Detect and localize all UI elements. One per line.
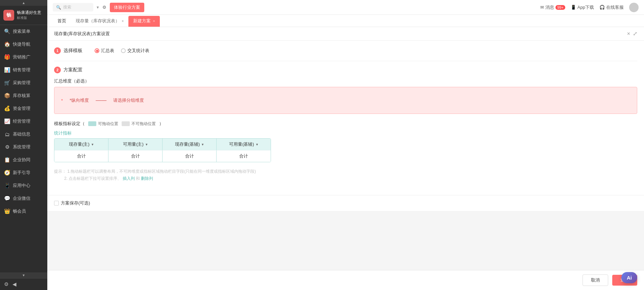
search-icon: 🔍 [4,28,10,34]
sidebar-logo: 畅 畅康通好生意 标准版 [0,6,47,25]
top-search-box[interactable]: 🔍 搜索 [53,3,93,11]
stats-table: 现存量(主) ▾ 可用量(主) ▾ 现存量(基辅) ▾ [54,138,271,162]
sidebar-scroll-up[interactable]: ▲ [0,0,47,6]
cancel-button[interactable]: 取消 [583,274,608,286]
tab-new-plan[interactable]: 新建方案 × [128,16,159,27]
tab-new-plan-close[interactable]: × [153,19,155,23]
indicator-label-text: 模板指标设定（ [54,121,85,127]
panel-close-btn[interactable]: × [627,31,630,37]
stats-table-container: 统计指标 现存量(主) ▾ 可用量(主) ▾ [54,130,637,163]
dimension-pink-box[interactable]: * *纵向维度 —— 请选择分组维度 [54,87,637,114]
sidebar-item-sales-label: 销售管理 [13,67,30,73]
radio-summary[interactable]: 汇总表 [95,48,114,54]
ai-float-button[interactable]: Ai [621,272,637,283]
sidebar-item-shortcuts-label: 快捷导航 [13,41,30,47]
stats-col-3-data: 合计 [163,150,217,162]
trial-btn[interactable]: 体验行业方案 [110,3,144,12]
settings-icon[interactable]: ⚙ [4,281,8,287]
panel-title: 现存量(库存状况表)方案设置 [54,31,110,37]
sidebar-search-label: 搜索菜单 [13,28,30,34]
legend-non-draggable: 不可拖动位置 [122,121,156,127]
stats-col-4-name: 可用量(基辅) [229,141,254,147]
sidebar-item-wechat[interactable]: 💬 企业微信 [0,192,47,205]
tab-inventory-close[interactable]: × [122,19,124,23]
sidebar-scroll-down[interactable]: ▼ [0,272,47,278]
tab-new-plan-label: 新建方案 [133,18,151,24]
search-placeholder-text: 搜索 [63,4,71,10]
step2-badge: 2 [54,67,61,73]
indicator-label-suffix: ） [159,121,164,127]
radio-cross-label: 交叉统计表 [127,48,149,54]
save-checkbox[interactable] [54,201,59,206]
marketing-icon: 🎁 [4,54,10,60]
tip2-prefix: 2. 点击标题栏下拉可设置排序、 [64,176,121,181]
sidebar-item-member[interactable]: 👑 畅会员 [0,205,47,218]
stats-col-2-chevron[interactable]: ▾ [146,142,148,147]
wechat-icon: 💬 [4,195,10,201]
stats-title: 统计指标 [54,130,637,136]
sidebar-item-finance[interactable]: 💰 资金管理 [0,102,47,115]
radio-cross[interactable]: 交叉统计表 [121,48,149,54]
sidebar-item-system[interactable]: ⚙ 系统管理 [0,141,47,153]
sidebar-item-operations[interactable]: 📈 经营管理 [0,115,47,128]
settings-gear-icon[interactable]: ⚙ [102,5,106,10]
tabs-bar: 首页 现存量（库存状况表） × 新建方案 × [47,15,644,27]
collapse-icon[interactable]: ◀ [13,281,17,287]
tab-inventory-label: 现存量（库存状况表） [76,18,120,24]
online-support-btn[interactable]: 🎧 在线客服 [599,4,624,10]
sidebar-item-finance-label: 资金管理 [13,105,30,112]
sidebar-item-system-label: 系统管理 [13,144,30,150]
sidebar-item-basic[interactable]: 🗂 基础信息 [0,128,47,141]
app-download-label: App下载 [577,4,594,10]
tip1-text: 1.拖动标题栏可以调整布局，不可跨维度或指标区域拖动栏目字段(只能在同一维度或指… [67,169,256,174]
tip2-link2[interactable]: 删除列 [141,176,153,181]
stats-col-1-chevron[interactable]: ▾ [92,142,94,147]
sidebar-item-sales[interactable]: 📊 销售管理 [0,64,47,76]
stats-col-3-header[interactable]: 现存量(基辅) ▾ [163,139,217,150]
app-download-btn[interactable]: 📱 App下载 [571,4,594,10]
main-area: 🔍 搜索 ▾ ⚙ 体验行业方案 ✉ 消息 99+ 📱 App下载 🎧 在线客服 [47,0,644,290]
stats-col-1-header[interactable]: 现存量(主) ▾ [54,139,108,150]
sidebar-item-contract-label: 企业协同 [13,157,30,163]
stats-col-4-header[interactable]: 可用量(基辅) ▾ [217,139,271,150]
step1-section: 1 选择模板 汇总表 交叉统计表 [54,47,637,54]
tips-section: 提示： 1.拖动标题栏可以调整布局，不可跨维度或指标区域拖动栏目字段(只能在同一… [54,169,637,182]
stats-col-4-chevron[interactable]: ▾ [256,142,258,147]
inventory-icon: 📦 [4,93,10,99]
ai-label: Ai [627,275,632,281]
sidebar-item-member-label: 畅会员 [13,208,26,214]
tip2: 2. 点击标题栏下拉可设置排序、 插入列 和 删除列 [54,176,637,182]
tab-home[interactable]: 首页 [53,16,71,27]
radio-summary-circle [95,48,99,53]
sidebar-bottom: ⚙ ◀ [0,278,47,290]
user-avatar[interactable] [629,3,639,12]
sidebar-item-purchase[interactable]: 🛒 采购管理 [0,76,47,89]
sidebar-item-inventory[interactable]: 📦 库存核算 [0,89,47,102]
sidebar-item-marketing[interactable]: 🎁 营销推广 [0,51,47,64]
message-label: 消息 [545,4,554,10]
stats-col-3-chevron[interactable]: ▾ [202,142,204,147]
top-bar-right: ✉ 消息 99+ 📱 App下载 🎧 在线客服 [540,3,639,12]
app-logo-icon: 畅 [3,10,14,21]
tip2-link1[interactable]: 插入列 [123,176,135,181]
sidebar-item-contract[interactable]: 📋 企业协同 [0,153,47,166]
app-edition: 标准版 [17,16,41,20]
stats-col-1-data: 合计 [54,150,108,162]
operations-icon: 📈 [4,118,10,124]
sidebar-item-newuser[interactable]: 🧭 新手引导 [0,166,47,179]
sidebar-nav: 🏠 快捷导航 🎁 营销推广 📊 销售管理 🛒 采购管理 📦 库存核算 💰 资金管… [0,38,47,272]
sidebar-item-appcenter[interactable]: 📱 应用中心 [0,179,47,192]
legend-non-draggable-label: 不可拖动位置 [131,121,156,127]
footer-bar: 取消 查询 [47,270,644,290]
message-btn[interactable]: ✉ 消息 99+ [540,4,565,10]
system-icon: ⚙ [4,144,10,150]
stats-col-2-header[interactable]: 可用量(主) ▾ [108,139,163,150]
tab-inventory[interactable]: 现存量（库存状况表） × [71,16,128,27]
top-bar-dropdown-icon[interactable]: ▾ [97,5,99,10]
member-icon: 👑 [4,208,10,214]
panel-resize-btn[interactable]: ⤢ [633,30,637,37]
sidebar-search[interactable]: 🔍 搜索菜单 [0,25,47,38]
sidebar-item-shortcuts[interactable]: 🏠 快捷导航 [0,38,47,51]
step2-header: 2 方案配置 [54,67,637,73]
sales-icon: 📊 [4,67,10,73]
